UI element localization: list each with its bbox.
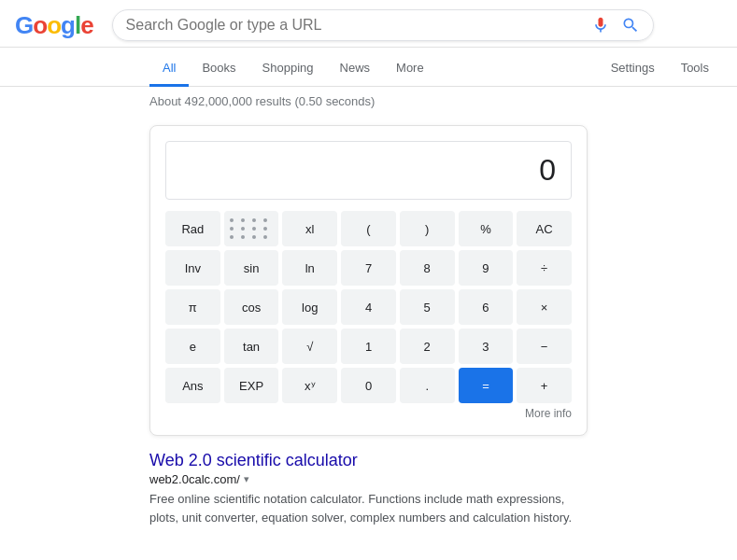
- google-logo: Google: [15, 11, 93, 40]
- result-url: web2.0calc.com/: [149, 472, 240, 486]
- calc-btn-grid[interactable]: [224, 211, 279, 246]
- tab-tools[interactable]: Tools: [668, 51, 722, 87]
- more-info-row: More info: [165, 403, 572, 420]
- calc-btn-0[interactable]: 0: [341, 368, 396, 403]
- calc-btn-[interactable]: ): [400, 211, 455, 246]
- search-icon[interactable]: [621, 16, 640, 35]
- search-bar: calculator: [112, 9, 654, 41]
- calc-btn-5[interactable]: 5: [400, 289, 455, 325]
- calculator-widget: 0 Radxl()%ACInvsinln789÷πcoslog456×etan√…: [149, 125, 588, 436]
- logo-g: G: [15, 11, 33, 39]
- results-info: About 492,000,000 results (0.50 seconds): [0, 87, 737, 116]
- logo-o2: o: [47, 11, 61, 39]
- search-input[interactable]: calculator: [126, 17, 591, 34]
- more-info-link[interactable]: More info: [525, 407, 572, 420]
- calc-btn-sin[interactable]: sin: [224, 250, 279, 286]
- calc-btn-[interactable]: %: [459, 211, 514, 246]
- calc-btn-[interactable]: ÷: [517, 250, 572, 286]
- calc-btn-Ans[interactable]: Ans: [165, 368, 220, 403]
- calc-btn-[interactable]: √: [282, 329, 337, 364]
- search-result: Web 2.0 scientific calculator web2.0calc…: [149, 451, 588, 526]
- calc-btn-3[interactable]: 3: [459, 329, 514, 364]
- nav-tabs: All Books Shopping News More Settings To…: [0, 48, 737, 87]
- calc-btn-[interactable]: π: [165, 289, 220, 325]
- tab-books[interactable]: Books: [189, 51, 248, 87]
- calc-display: 0: [165, 141, 572, 200]
- calc-btn-Inv[interactable]: Inv: [165, 250, 220, 286]
- calc-btn-log[interactable]: log: [282, 289, 337, 325]
- result-url-row: web2.0calc.com/ ▾: [149, 472, 588, 486]
- logo-o1: o: [33, 11, 47, 39]
- calc-btn-[interactable]: +: [517, 368, 572, 403]
- calc-btn-AC[interactable]: AC: [517, 211, 572, 246]
- result-description: Free online scientific notation calculat…: [149, 490, 588, 526]
- calc-btn-Rad[interactable]: Rad: [165, 211, 220, 246]
- calc-btn-4[interactable]: 4: [341, 289, 396, 325]
- calc-btn-[interactable]: .: [400, 368, 455, 403]
- tab-settings[interactable]: Settings: [598, 51, 668, 87]
- calc-grid: Radxl()%ACInvsinln789÷πcoslog456×etan√12…: [165, 211, 572, 403]
- calc-btn-tan[interactable]: tan: [224, 329, 279, 364]
- calc-btn-9[interactable]: 9: [459, 250, 514, 286]
- calc-btn-[interactable]: ×: [517, 289, 572, 325]
- calc-btn-[interactable]: (: [341, 211, 396, 246]
- calc-btn-1[interactable]: 1: [341, 329, 396, 364]
- result-url-arrow[interactable]: ▾: [244, 473, 249, 485]
- calc-btn-8[interactable]: 8: [400, 250, 455, 286]
- mic-icon[interactable]: [591, 16, 610, 35]
- search-icons: [591, 16, 640, 35]
- calc-btn-7[interactable]: 7: [341, 250, 396, 286]
- calc-btn-6[interactable]: 6: [459, 289, 514, 325]
- tab-all[interactable]: All: [149, 51, 189, 87]
- calc-btn-ln[interactable]: ln: [282, 250, 337, 286]
- calc-btn-[interactable]: −: [517, 329, 572, 364]
- header: Google calculator: [0, 0, 737, 48]
- calc-btn-EXP[interactable]: EXP: [224, 368, 279, 403]
- nav-right: Settings Tools: [598, 51, 722, 86]
- tab-shopping[interactable]: Shopping: [249, 51, 327, 87]
- calc-btn-cos[interactable]: cos: [224, 289, 279, 325]
- logo-g2: g: [61, 11, 75, 39]
- tab-more[interactable]: More: [383, 51, 437, 87]
- calc-btn-e[interactable]: e: [165, 329, 220, 364]
- tab-news[interactable]: News: [327, 51, 384, 87]
- calc-btn-xl[interactable]: xl: [282, 211, 337, 246]
- calc-btn-x[interactable]: xʸ: [282, 368, 337, 403]
- logo-e: e: [80, 11, 92, 39]
- calc-btn-[interactable]: =: [459, 368, 514, 403]
- calc-btn-2[interactable]: 2: [400, 329, 455, 364]
- result-title[interactable]: Web 2.0 scientific calculator: [149, 451, 358, 469]
